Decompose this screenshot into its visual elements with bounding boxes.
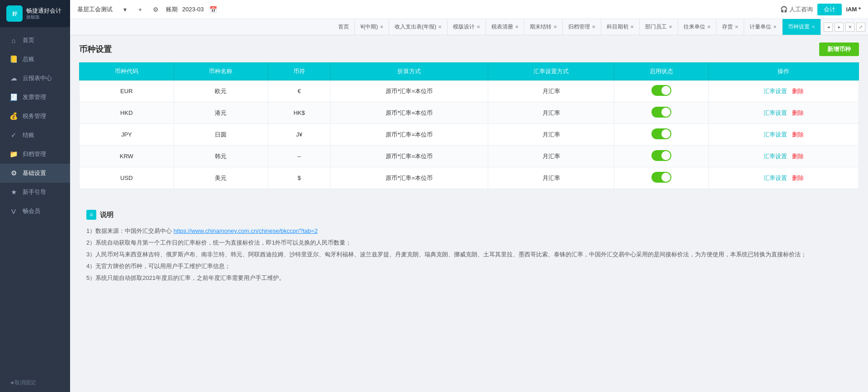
topbar-actions: ▾ + ⚙ (119, 4, 161, 15)
period-info: 账期 2023-03 📅 (166, 4, 219, 15)
tab-taxclear[interactable]: 税表清册✕ (486, 19, 524, 35)
sidebar-item-archive[interactable]: 📁 归档管理 (0, 145, 70, 164)
settings-gear-icon[interactable]: ⚙ (150, 4, 161, 15)
delete-link[interactable]: 删除 (792, 88, 804, 94)
tab-close-icon[interactable]: ✕ (669, 24, 672, 29)
rate-settings-link[interactable]: 汇率设置 (764, 153, 787, 160)
table-header-币种代码: 币种代码 (80, 63, 174, 80)
tab-close-icon[interactable]: ✕ (476, 24, 480, 29)
tabs-next-button[interactable]: ▸ (835, 23, 844, 32)
table-header-启用状态: 启用状态 (614, 63, 709, 80)
tabs-close-button[interactable]: ✕ (845, 23, 854, 32)
table-header-row: 币种代码币种名称币符折算方式汇率设置方式启用状态操作 (80, 63, 859, 80)
account-button[interactable]: 会计 (817, 4, 842, 15)
tab-close-icon[interactable]: ✕ (438, 24, 442, 29)
tab-inventory[interactable]: 存货✕ (717, 19, 744, 35)
rate-settings-link[interactable]: 汇率设置 (764, 131, 787, 138)
sidebar-item-invoice[interactable]: 🧾 发票管理 (0, 88, 70, 107)
action-cell: 汇率设置 删除 (708, 80, 859, 102)
help-button[interactable]: 🎧 人工咨询 (780, 5, 813, 14)
delete-link[interactable]: 删除 (792, 153, 804, 160)
rate-settings-link[interactable]: 汇率设置 (764, 109, 787, 116)
company-name: 基层工会测试 (77, 5, 113, 14)
cell-3: 原币*汇率=本位币 (330, 146, 488, 167)
tab-close-icon[interactable]: ✕ (592, 24, 595, 29)
tab-close-icon[interactable]: ✕ (707, 24, 711, 29)
tabs-expand-button[interactable]: ⤢ (856, 23, 865, 32)
sidebar-item-ledger[interactable]: 📒 总账 (0, 50, 70, 69)
tab-home[interactable]: 首页 (333, 19, 355, 35)
topbar-right: 🎧 人工咨询 会计 iAM * (780, 4, 861, 15)
sidebar-item-member[interactable]: V 畅会员 (0, 202, 70, 221)
new-currency-button[interactable]: 新增币种 (819, 43, 859, 56)
page-title: 币种设置 (79, 44, 112, 55)
iam-label: iAM * (846, 6, 861, 13)
table-row: EUR欧元€原币*汇率=本位币月汇率 汇率设置 删除 (80, 80, 859, 102)
tab-income[interactable]: 收入支出表(年报)✕ (389, 19, 448, 35)
toggle-knob (661, 129, 670, 138)
cell-1: 美元 (174, 167, 268, 189)
tab-close-icon[interactable]: ✕ (515, 24, 519, 29)
tab-partner[interactable]: 往来单位✕ (678, 19, 717, 35)
action-cell: 汇率设置 删除 (708, 102, 859, 124)
tab-template[interactable]: 模版设计✕ (448, 19, 486, 35)
tab-close-icon[interactable]: ✕ (735, 24, 738, 29)
ledger-icon: 📒 (9, 55, 18, 63)
sidebar-item-checkout[interactable]: ✓ 结账 (0, 126, 70, 145)
tab-close-icon[interactable]: ✕ (630, 24, 634, 29)
sidebar-item-guide[interactable]: ★ 新手引导 (0, 183, 70, 202)
main-area: 基层工会测试 ▾ + ⚙ 账期 2023-03 📅 🎧 人工咨询 会计 iAM … (70, 0, 868, 392)
tabs-prev-button[interactable]: ◂ (824, 23, 833, 32)
cell-2: HK$ (268, 102, 330, 124)
tab-close-icon[interactable]: ✕ (811, 24, 815, 29)
delete-link[interactable]: 删除 (792, 131, 804, 138)
delete-link[interactable]: 删除 (792, 109, 804, 116)
sidebar-footer[interactable]: ◄取消固定 (0, 373, 70, 392)
notes-section: ≡ 说明 1）数据来源：中国外汇交易中心 https://www.chinamo… (79, 203, 859, 291)
add-icon[interactable]: + (134, 4, 146, 15)
action-cell: 汇率设置 删除 (708, 146, 859, 167)
tab-archive[interactable]: 归档管理✕ (563, 19, 601, 35)
tab-close-icon[interactable]: ✕ (553, 24, 557, 29)
enabled-toggle[interactable] (651, 150, 671, 161)
toggle-knob (661, 173, 670, 182)
sidebar-item-settings[interactable]: ⚙ 基础设置 (0, 164, 70, 183)
enabled-toggle[interactable] (651, 128, 671, 139)
enabled-toggle[interactable] (651, 172, 671, 183)
tab-period_end[interactable]: 期末结转✕ (524, 19, 563, 35)
table-header-币符: 币符 (268, 63, 330, 80)
toggle-knob (661, 108, 670, 117)
logo-icon: 好 (6, 5, 23, 22)
delete-link[interactable]: 删除 (792, 175, 804, 181)
rate-settings-link[interactable]: 汇率设置 (764, 88, 787, 94)
cell-4: 月汇率 (488, 102, 614, 124)
tab-department[interactable]: 部门员工✕ (640, 19, 678, 35)
cell-0: HKD (80, 102, 174, 124)
cell-3: 原币*汇率=本位币 (330, 124, 488, 146)
cell-0: JPY (80, 124, 174, 146)
tab-unit[interactable]: 计量单位✕ (744, 19, 783, 35)
cell-0: KRW (80, 146, 174, 167)
tab-period[interactable]: ¥(中期)✕ (355, 19, 389, 35)
table-row: KRW韩元--原币*汇率=本位币月汇率 汇率设置 删除 (80, 146, 859, 167)
tab-currency[interactable]: 币种设置✕ (783, 19, 821, 35)
notes-external-link[interactable]: https://www.chinamoney.com.cn/chinese/bk… (174, 227, 318, 234)
rate-settings-link[interactable]: 汇率设置 (764, 175, 787, 181)
sidebar-item-tax[interactable]: 💰 税务管理 (0, 107, 70, 126)
table-row: JPY日圆J¥原币*汇率=本位币月汇率 汇率设置 删除 (80, 124, 859, 146)
notes-title: ≡ 说明 (86, 210, 852, 220)
sidebar-item-reports[interactable]: ☁ 云报表中心 (0, 69, 70, 88)
currency-table: 币种代码币种名称币符折算方式汇率设置方式启用状态操作 EUR欧元€原币*汇率=本… (79, 62, 859, 189)
dropdown-icon[interactable]: ▾ (119, 4, 131, 15)
enabled-toggle[interactable] (651, 85, 671, 96)
sidebar-item-home[interactable]: ⌂ 首页 (0, 31, 70, 50)
tab-close-icon[interactable]: ✕ (380, 24, 383, 29)
enabled-toggle[interactable] (651, 107, 671, 118)
toggle-cell (614, 102, 709, 124)
notes-icon: ≡ (86, 210, 96, 220)
tab-subjects[interactable]: 科目期初✕ (601, 19, 640, 35)
calendar-icon[interactable]: 📅 (208, 4, 219, 15)
tab-close-icon[interactable]: ✕ (773, 24, 777, 29)
sidebar-nav: ⌂ 首页 📒 总账 ☁ 云报表中心 🧾 发票管理 💰 税务管理 ✓ 结账 📁 归… (0, 27, 70, 373)
cell-2: -- (268, 146, 330, 167)
